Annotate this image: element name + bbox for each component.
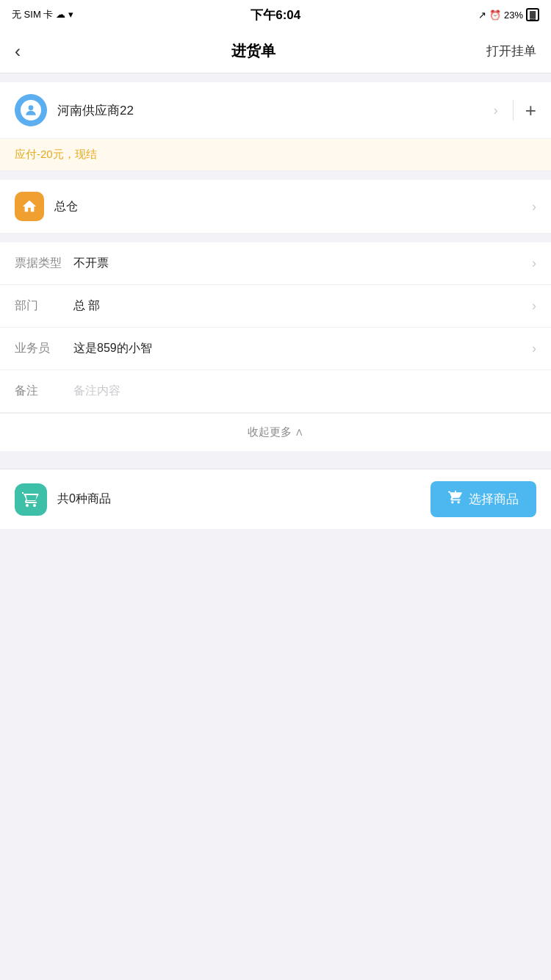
- supplier-row[interactable]: 河南供应商22 › +: [0, 82, 551, 139]
- collapse-label: 收起更多 ∧: [248, 425, 303, 438]
- invoice-type-chevron-icon: ›: [532, 256, 536, 271]
- remark-input[interactable]: 备注内容: [73, 383, 120, 399]
- collapse-toggle[interactable]: 收起更多 ∧: [0, 413, 551, 451]
- status-signal: 无 SIM 卡 ☁ ▾: [12, 8, 73, 21]
- invoice-type-label: 票据类型: [15, 256, 73, 271]
- invoice-type-row[interactable]: 票据类型 不开票 ›: [0, 242, 551, 285]
- remark-label: 备注: [15, 383, 73, 399]
- section-gap-2: [0, 171, 551, 180]
- back-button[interactable]: ‹: [15, 41, 21, 62]
- notice-bar: 应付-20元，现结: [0, 139, 551, 171]
- section-gap-4: [0, 451, 551, 460]
- warehouse-icon-wrap: [15, 192, 44, 221]
- salesperson-row[interactable]: 业务员 这是859的小智 ›: [0, 328, 551, 370]
- person-icon: [21, 100, 41, 120]
- warehouse-section: 总仓 ›: [0, 180, 551, 234]
- svg-point-0: [29, 105, 34, 110]
- add-button[interactable]: +: [525, 99, 536, 122]
- supplier-section: 河南供应商22 › + 应付-20元，现结: [0, 82, 551, 171]
- invoice-type-value: 不开票: [73, 256, 532, 271]
- product-icon-wrap: [15, 483, 47, 516]
- alarm-icon: ⏰: [489, 10, 501, 21]
- location-icon: ↗: [478, 10, 486, 21]
- supplier-avatar: [15, 94, 47, 126]
- open-pending-button[interactable]: 打开挂单: [486, 43, 536, 60]
- supplier-chevron-icon: ›: [494, 103, 498, 118]
- warehouse-row[interactable]: 总仓 ›: [0, 180, 551, 234]
- status-time: 下午6:04: [251, 7, 300, 24]
- cart-icon: [448, 490, 463, 508]
- salesperson-chevron-icon: ›: [532, 341, 536, 356]
- supplier-name: 河南供应商22: [57, 102, 494, 119]
- section-gap-1: [0, 73, 551, 82]
- nav-bar: ‹ 进货单 打开挂单: [0, 29, 551, 73]
- divider: [513, 100, 514, 120]
- status-bar: 无 SIM 卡 ☁ ▾ 下午6:04 ↗ ⏰ 23% ▓: [0, 0, 551, 29]
- remark-row[interactable]: 备注 备注内容: [0, 370, 551, 413]
- department-value: 总 部: [73, 298, 532, 314]
- form-section: 票据类型 不开票 › 部门 总 部 › 业务员 这是859的小智 › 备注 备注…: [0, 242, 551, 451]
- department-chevron-icon: ›: [532, 298, 536, 314]
- page-title: 进货单: [231, 41, 276, 61]
- status-battery: ↗ ⏰ 23% ▓: [478, 8, 539, 21]
- department-row[interactable]: 部门 总 部 ›: [0, 285, 551, 328]
- department-label: 部门: [15, 298, 73, 314]
- warehouse-chevron-icon: ›: [532, 199, 536, 215]
- product-count: 共0种商品: [57, 491, 431, 507]
- section-gap-3: [0, 234, 551, 242]
- salesperson-value: 这是859的小智: [73, 341, 532, 356]
- empty-area: [0, 529, 551, 749]
- salesperson-label: 业务员: [15, 341, 73, 356]
- select-product-label: 选择商品: [469, 491, 519, 508]
- notice-text: 应付-20元，现结: [15, 148, 97, 160]
- battery-icon: ▓: [526, 8, 539, 21]
- select-product-button[interactable]: 选择商品: [431, 481, 536, 517]
- bottom-bar: 共0种商品 选择商品: [0, 469, 551, 529]
- warehouse-name: 总仓: [54, 199, 532, 215]
